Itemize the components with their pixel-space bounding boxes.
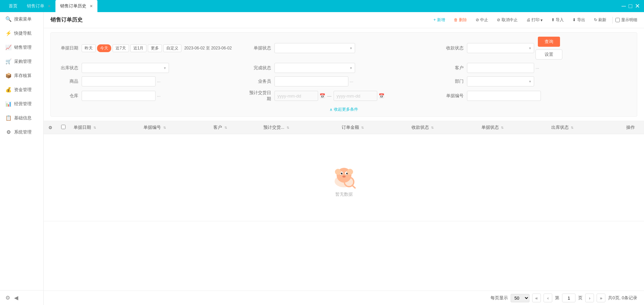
date-btn-custom[interactable]: 自定义 — [163, 44, 181, 52]
tab-sales-order-history[interactable]: 销售订单历史 ✕ — [55, 0, 97, 12]
print-button[interactable]: 🖨 打印 ▾ — [523, 15, 546, 25]
sidebar-item-system[interactable]: ⚙ 系统管理 — [0, 125, 43, 139]
tab-sales-order[interactable]: 销售订单 ✕ — [22, 0, 55, 12]
page-number-input[interactable] — [562, 294, 575, 302]
th-order-no-label: 单据编号 — [143, 125, 161, 130]
sidebar-item-quicknav[interactable]: ⚡ 快捷导航 — [0, 26, 43, 40]
tab-home[interactable]: 首页 — [4, 0, 22, 12]
warehouse-input[interactable] — [82, 91, 156, 101]
order-number-input[interactable] — [467, 91, 541, 101]
first-page-button[interactable]: « — [532, 294, 541, 302]
table-header: ⚙ 单据日期 ⇅ 单据编号 ⇅ 客户 — [44, 121, 644, 134]
sidebar-item-basic[interactable]: 📋 基础信息 — [0, 111, 43, 125]
sidebar-item-ops[interactable]: 📊 经营管理 — [0, 97, 43, 111]
th-order-date[interactable]: 单据日期 ⇅ — [70, 121, 139, 134]
query-button[interactable]: 查询 — [538, 37, 560, 47]
page-title: 销售订单历史 — [50, 16, 83, 24]
warehouse-dots[interactable]: ··· — [157, 93, 161, 99]
empty-state-cell: 暂无数据 — [44, 134, 644, 221]
sidebar-item-purchase[interactable]: 🛒 采购管理 — [0, 54, 43, 69]
date-btn-today[interactable]: 今天 — [97, 44, 111, 52]
th-order-no[interactable]: 单据编号 ⇅ — [139, 121, 209, 134]
date-btn-yesterday[interactable]: 昨天 — [82, 44, 96, 52]
salesperson-input[interactable] — [274, 76, 348, 86]
sidebar-settings-icon[interactable]: ⚙ — [5, 295, 10, 301]
delivery-end-placeholder: yyyy-mm-dd — [337, 93, 360, 99]
salesperson-dots[interactable]: ··· — [350, 79, 353, 84]
sort-delivery-status-icon: ⇅ — [571, 126, 573, 129]
sidebar-item-search-label: 搜索菜单 — [14, 16, 32, 22]
order-status-select[interactable]: ▾ — [274, 43, 355, 53]
basic-icon: 📋 — [5, 115, 11, 121]
delete-button-label: 🗑 删除 — [454, 17, 467, 23]
stop-button[interactable]: ⊘ 中止 — [472, 15, 491, 25]
filter-setting-button[interactable]: 设置 — [535, 49, 562, 60]
tab-sales-order-close[interactable]: ✕ — [48, 4, 51, 8]
department-select[interactable]: ▾ — [467, 76, 534, 86]
delivery-end-calendar-icon[interactable]: 📅 — [379, 93, 384, 99]
payment-status-select[interactable]: ▾ — [467, 43, 534, 53]
date-btn-1month[interactable]: 近1月 — [130, 44, 147, 52]
import-button[interactable]: ⬆ 导入 — [548, 15, 567, 25]
sales-icon: 📈 — [5, 44, 11, 50]
collapse-label: 收起更多条件 — [334, 107, 358, 112]
show-detail-checkbox-label[interactable]: 显示明细 — [615, 17, 637, 23]
next-page-button[interactable]: › — [585, 294, 594, 302]
refresh-button[interactable]: ↻ 刷新 — [591, 15, 610, 25]
th-payment-status[interactable]: 收款状态 ⇅ — [407, 121, 477, 134]
sort-order-date-icon: ⇅ — [93, 126, 96, 129]
collapse-button[interactable]: ∧ 收起更多条件 — [55, 105, 633, 112]
expected-delivery-start[interactable]: yyyy-mm-dd — [274, 91, 318, 101]
delivery-status-select[interactable]: ▾ — [82, 63, 169, 73]
last-page-button[interactable]: » — [597, 294, 605, 302]
filter-col-order-status: 单据状态 ▾ — [248, 43, 440, 53]
sidebar-item-inventory[interactable]: 📦 库存核算 — [0, 69, 43, 83]
next-page-icon: › — [589, 296, 590, 301]
order-status-label: 单据状态 — [248, 45, 274, 51]
completion-status-select[interactable]: ▾ — [274, 63, 355, 73]
select-all-checkbox[interactable] — [61, 125, 66, 129]
export-button[interactable]: ⬇ 导出 — [569, 15, 588, 25]
filter-row-1: 单据日期 昨天 今天 近7天 近1月 更多 自定义 2023-06-02 至 2… — [55, 37, 633, 60]
sidebar-item-search[interactable]: 🔍 搜索菜单 — [0, 12, 43, 26]
customer-dots[interactable]: ··· — [535, 66, 539, 71]
expected-delivery-end[interactable]: yyyy-mm-dd — [334, 91, 377, 101]
sort-expected-delivery-icon: ⇅ — [287, 126, 289, 129]
cancel-stop-button[interactable]: ⊘ 取消中止 — [493, 15, 521, 25]
delivery-start-calendar-icon[interactable]: 📅 — [319, 93, 325, 99]
th-order-amount[interactable]: 订单金额 ⇅ — [338, 121, 407, 134]
prev-page-button[interactable]: ‹ — [544, 294, 552, 302]
sort-order-no-icon: ⇅ — [163, 126, 166, 129]
th-expected-delivery[interactable]: 预计交货... ⇅ — [259, 121, 338, 134]
filter-col-expected-delivery: 预计交货日期 yyyy-mm-dd 📅 — yyyy-mm-dd 📅 — [248, 90, 440, 102]
purchase-icon: 🛒 — [5, 59, 11, 65]
th-customer[interactable]: 客户 ⇅ — [209, 121, 259, 134]
customer-input[interactable] — [467, 63, 534, 73]
sort-customer-icon: ⇅ — [224, 126, 227, 129]
product-label: 商品 — [55, 78, 82, 84]
sidebar-item-sales[interactable]: 📈 销售管理 — [0, 40, 43, 54]
th-checkbox[interactable] — [57, 121, 70, 134]
sidebar-collapse-icon[interactable]: ◀ — [14, 295, 18, 301]
maximize-icon[interactable]: □ — [629, 3, 632, 10]
date-btn-more[interactable]: 更多 — [148, 44, 162, 52]
th-order-status[interactable]: 单据状态 ⇅ — [477, 121, 547, 134]
date-btn-7days[interactable]: 近7天 — [113, 44, 129, 52]
th-delivery-status[interactable]: 出库状态 ⇅ — [547, 121, 617, 134]
close-icon[interactable]: ✕ — [635, 2, 640, 10]
print-dropdown-icon: ▾ — [541, 18, 543, 23]
order-number-label: 单据编号 — [440, 93, 467, 99]
minimize-icon[interactable]: ─ — [621, 3, 626, 10]
per-page-select[interactable]: 10 20 50 100 — [511, 294, 529, 302]
show-detail-checkbox[interactable] — [615, 18, 620, 22]
filter-col-completion: 完成状态 ▾ — [248, 63, 440, 73]
product-input[interactable] — [82, 76, 156, 86]
product-dots[interactable]: ··· — [157, 79, 161, 84]
page-suffix: 页 — [578, 295, 583, 301]
new-button[interactable]: + 新增 — [430, 15, 448, 25]
sidebar-item-fund[interactable]: 💰 资金管理 — [0, 83, 43, 97]
th-settings[interactable]: ⚙ — [44, 121, 57, 134]
query-button-label: 查询 — [545, 39, 553, 44]
delete-button[interactable]: 🗑 删除 — [450, 15, 470, 25]
tab-sales-order-history-close[interactable]: ✕ — [90, 4, 93, 8]
